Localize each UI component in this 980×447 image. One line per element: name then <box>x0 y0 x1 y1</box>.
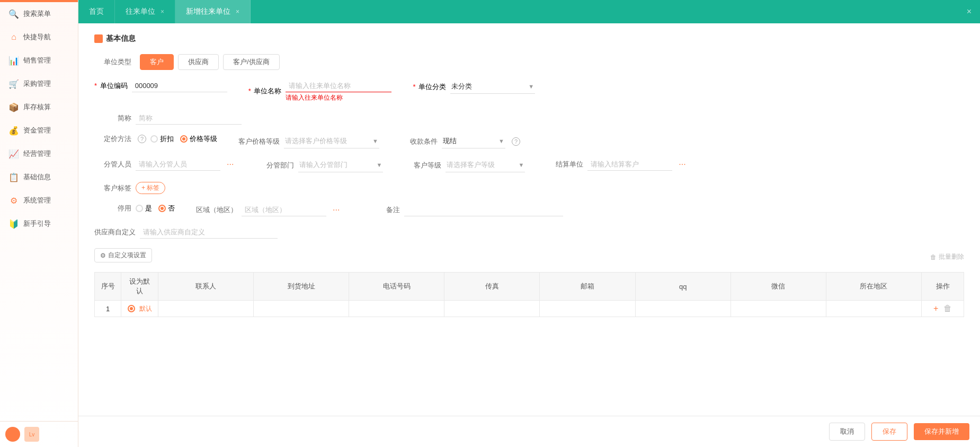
sidebar-item-guide[interactable]: 🔰 新手引导 <box>0 212 78 235</box>
department-select[interactable]: 请输入分管部门 ▼ <box>298 158 383 172</box>
pricing-help-icon[interactable]: ? <box>138 135 146 143</box>
pricing-method-label: 定价方法 <box>94 134 131 144</box>
row-delete-btn[interactable]: 🗑 <box>943 304 952 313</box>
tab-partners[interactable]: 往来单位 × <box>115 0 175 23</box>
sidebar-item-basic[interactable]: 📋 基础信息 <box>0 165 78 189</box>
default-radio-circle <box>128 305 135 312</box>
sidebar-item-finance-label: 资金管理 <box>23 126 51 135</box>
col-email: 邮箱 <box>540 273 635 301</box>
home-icon: ⌂ <box>8 32 19 42</box>
settlement-input[interactable] <box>587 158 672 171</box>
custom-settings-button[interactable]: ⚙ 自定义项设置 <box>94 248 152 262</box>
customer-tag-label: 客户标签 <box>94 183 131 193</box>
window-close-button[interactable]: × <box>967 7 972 16</box>
save-button[interactable]: 保存 <box>871 423 907 441</box>
row-actions: + 🗑 <box>922 301 964 317</box>
save-and-new-button[interactable]: 保存并新增 <box>914 423 969 440</box>
unit-code-input[interactable] <box>132 80 227 92</box>
row-email[interactable] <box>540 301 635 317</box>
table-section: ⚙ 自定义项设置 🗑 批量删除 序号 设为默认 联系人 到货地址 电话号码 <box>94 248 964 317</box>
sidebar-item-inventory[interactable]: 📦 库存核算 <box>0 95 78 119</box>
disabled-field: 停用 是 否 <box>94 204 175 213</box>
unit-name-input[interactable] <box>286 80 391 92</box>
unit-type-both-btn[interactable]: 客户/供应商 <box>223 54 280 70</box>
col-qq: qq <box>635 273 730 301</box>
short-name-label: 简称 <box>94 113 131 123</box>
payment-condition-field: 收款条件 现结 ▼ ? <box>400 134 964 148</box>
default-radio-dot <box>130 307 133 310</box>
pricing-discount-option[interactable]: 折扣 <box>150 134 174 144</box>
fax-input[interactable] <box>450 305 534 313</box>
region-more-btn[interactable]: ··· <box>331 205 342 215</box>
batch-delete-label: 批量删除 <box>939 252 964 261</box>
sidebar-item-sales[interactable]: 📊 销售管理 <box>0 49 78 72</box>
settlement-more-btn[interactable]: ··· <box>676 160 688 169</box>
unit-type-supplier-btn[interactable]: 供应商 <box>178 54 219 70</box>
unit-category-select[interactable]: 未分类 ▼ <box>450 80 535 94</box>
unit-code-field: * 单位编码 <box>94 80 227 92</box>
region-input[interactable] <box>242 204 326 216</box>
row-default-radio[interactable]: 默认 <box>127 304 153 313</box>
batch-delete-button[interactable]: 🗑 批量删除 <box>930 252 964 261</box>
payment-condition-select[interactable]: 现结 ▼ <box>442 134 505 148</box>
unit-type-customer-btn[interactable]: 客户 <box>140 54 174 70</box>
row-fax[interactable] <box>444 301 540 317</box>
tab-new-partner-close[interactable]: × <box>236 8 239 15</box>
sidebar-item-finance[interactable]: 💰 资金管理 <box>0 119 78 142</box>
contact-table: 序号 设为默认 联系人 到货地址 电话号码 传真 邮箱 qq 微信 所在地区 操… <box>94 272 964 317</box>
sidebar-item-quicknav[interactable]: ⌂ 快捷导航 <box>0 25 78 49</box>
row-phone[interactable] <box>349 301 444 317</box>
wechat-input[interactable] <box>736 305 821 313</box>
row-add-btn[interactable]: + <box>933 304 938 313</box>
email-input[interactable] <box>545 305 629 313</box>
qq-input[interactable] <box>641 305 725 313</box>
payment-chevron: ▼ <box>498 138 504 144</box>
sidebar-item-sales-label: 销售管理 <box>23 56 51 65</box>
user-level: Lv <box>24 427 39 442</box>
region-cell-input[interactable] <box>832 305 916 313</box>
phone-input[interactable] <box>354 305 439 313</box>
main-area: 首页 往来单位 × 新增往来单位 × × 基本信息 单位类型 客户 供应商 客户… <box>78 0 980 447</box>
payment-help-icon[interactable]: ? <box>512 137 520 146</box>
tab-partners-close[interactable]: × <box>161 8 164 15</box>
sidebar-item-system-label: 系统管理 <box>23 196 51 205</box>
operations-icon: 📈 <box>8 148 19 159</box>
customer-level-select[interactable]: 请选择客户等级 ▼ <box>446 158 525 172</box>
customer-level-placeholder: 请选择客户等级 <box>447 160 516 170</box>
purchase-icon: 🛒 <box>8 78 19 89</box>
sidebar-item-purchase[interactable]: 🛒 采购管理 <box>0 72 78 95</box>
manager-more-btn[interactable]: ··· <box>225 160 236 169</box>
short-name-input[interactable] <box>136 112 242 125</box>
section-title-text: 基本信息 <box>106 34 136 43</box>
row-wechat[interactable] <box>730 301 826 317</box>
tab-home[interactable]: 首页 <box>78 0 115 23</box>
contact-input[interactable] <box>164 305 248 313</box>
pricing-level-option[interactable]: 价格等级 <box>180 134 217 144</box>
tab-home-label: 首页 <box>89 7 104 16</box>
supplier-custom-input[interactable] <box>140 226 278 239</box>
tag-add-button[interactable]: + 标签 <box>136 182 165 194</box>
row-qq[interactable] <box>635 301 730 317</box>
row-region-cell[interactable] <box>826 301 921 317</box>
customer-price-select[interactable]: 请选择客户价格等级 ▼ <box>284 134 379 148</box>
tab-new-partner[interactable]: 新增往来单位 × <box>175 0 251 23</box>
remark-input[interactable] <box>404 204 563 216</box>
disabled-yes-option[interactable]: 是 <box>136 204 152 213</box>
disabled-no-option[interactable]: 否 <box>158 204 175 213</box>
row-disabled-region: 停用 是 否 区域（地区） <box>94 204 964 216</box>
remark-label: 备注 <box>363 205 400 215</box>
row-supplier-custom: 供应商自定义 <box>94 226 964 239</box>
row-contact[interactable] <box>158 301 254 317</box>
row-index: 1 <box>95 301 121 317</box>
row-address[interactable] <box>254 301 349 317</box>
sidebar-item-system[interactable]: ⚙ 系统管理 <box>0 189 78 212</box>
disabled-no-radio <box>158 205 166 212</box>
table-header-row: 序号 设为默认 联系人 到货地址 电话号码 传真 邮箱 qq 微信 所在地区 操… <box>95 273 964 301</box>
address-input[interactable] <box>259 305 343 313</box>
customer-level-label: 客户等级 <box>404 161 441 170</box>
search-icon: 🔍 <box>8 8 19 19</box>
cancel-button[interactable]: 取消 <box>829 423 865 441</box>
sidebar-item-search[interactable]: 🔍 搜索菜单 <box>0 2 78 25</box>
sidebar-item-operations[interactable]: 📈 经营管理 <box>0 142 78 165</box>
manager-input[interactable] <box>136 158 220 171</box>
